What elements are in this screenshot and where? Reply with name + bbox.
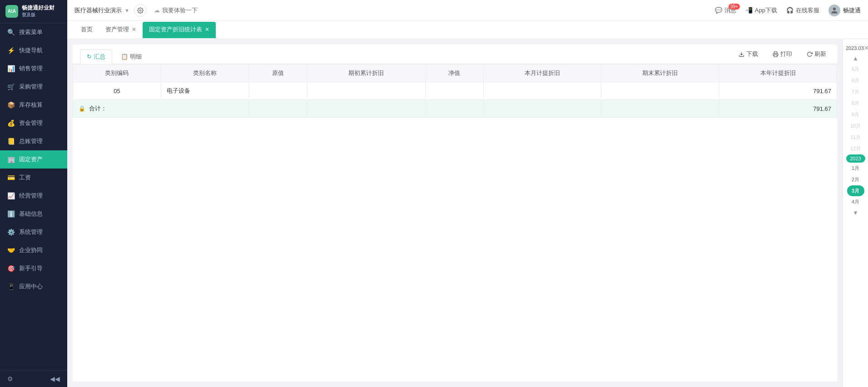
tab-home-label: 首页	[81, 25, 93, 34]
tab-home[interactable]: 首页	[74, 22, 99, 38]
sidebar-item-enterprise[interactable]: 🤝 企业协同	[0, 241, 67, 259]
app-center-icon: 📱	[7, 283, 15, 290]
sidebar-item-search-label: 搜索菜单	[19, 28, 43, 36]
download-button[interactable]: 下载	[735, 48, 762, 60]
sidebar-item-sales[interactable]: 📊 销售管理	[0, 60, 67, 78]
download-label: 下载	[746, 50, 758, 58]
sidebar-item-salary[interactable]: 💳 工资	[0, 169, 67, 187]
sidebar-item-search[interactable]: 🔍 搜索菜单	[0, 23, 67, 41]
online-service-button[interactable]: 🎧 在线客服	[786, 6, 819, 15]
sidebar-item-purchase-label: 采购管理	[19, 83, 43, 91]
sidebar-settings-icon[interactable]: ⚙	[7, 375, 13, 382]
cell-period-end-dep	[601, 82, 719, 100]
sidebar-collapse-icon[interactable]: ◀◀	[50, 375, 60, 382]
svg-rect-2	[774, 55, 777, 56]
sidebar-item-operation[interactable]: 📈 经营管理	[0, 187, 67, 205]
tab-depreciation-report-label: 固定资产折旧统计表	[149, 25, 202, 34]
month-item-6[interactable]: 6月	[846, 75, 865, 86]
sidebar-item-purchase[interactable]: 🛒 采购管理	[0, 78, 67, 96]
print-label: 打印	[780, 50, 792, 58]
quick-nav-icon: ⚡	[7, 47, 15, 54]
sidebar-item-quick-nav[interactable]: ⚡ 快捷导航	[0, 41, 67, 60]
cell-category-name: 电子设备	[161, 82, 249, 100]
sub-tab-detail[interactable]: 📋 明细	[114, 50, 149, 64]
month-item-2[interactable]: 2月	[846, 174, 865, 185]
summary-row: 🔒 合计： 791.67	[73, 100, 837, 118]
panel-close-icon[interactable]: ✕	[864, 45, 868, 51]
enterprise-icon: 🤝	[7, 247, 15, 254]
month-item-1[interactable]: 1月	[846, 163, 865, 174]
tab-asset-manage-close[interactable]: ✕	[132, 26, 136, 33]
sidebar-item-basic-info-label: 基础信息	[19, 210, 43, 218]
sidebar-item-system-label: 系统管理	[19, 228, 43, 236]
sidebar-logo: AtA 畅捷通好业财 普及版	[0, 0, 67, 23]
sidebar-item-basic-info[interactable]: ℹ️ 基础信息	[0, 205, 67, 223]
cell-year-dep: 791.67	[719, 82, 837, 100]
panel-prev-year-nav[interactable]: ▲	[851, 53, 860, 64]
svg-point-0	[139, 10, 141, 11]
month-item-3-active[interactable]: 3月	[847, 185, 864, 196]
company-selector[interactable]: 医疗器械行业演示 ▼	[74, 6, 129, 15]
month-item-10[interactable]: 10月	[846, 120, 865, 132]
tabs-bar: 首页 资产管理 ✕ 固定资产折旧统计表 ✕	[67, 21, 868, 39]
logo-title: 畅捷通好业财	[22, 5, 55, 12]
sidebar-item-ledger[interactable]: 📒 总账管理	[0, 132, 67, 150]
sidebar-item-fixed-assets[interactable]: 🏢 固定资产	[0, 150, 67, 169]
refresh-label: 刷新	[814, 50, 826, 58]
sub-tab-detail-label: 明细	[130, 53, 142, 61]
month-item-9[interactable]: 9月	[846, 109, 865, 120]
main-content: ↻ 汇总 📋 明细 下载 打印	[73, 45, 837, 382]
month-item-4[interactable]: 4月	[846, 196, 865, 208]
month-item-5[interactable]: 5月	[846, 64, 865, 75]
sidebar-item-enterprise-label: 企业协同	[19, 246, 43, 254]
month-item-12[interactable]: 12月	[846, 143, 865, 154]
sidebar-item-sales-label: 销售管理	[19, 64, 43, 73]
salary-icon: 💳	[7, 174, 15, 181]
app-download-button[interactable]: 📲 App下载	[745, 6, 777, 15]
panel-next-year-nav[interactable]: ▼	[851, 208, 860, 218]
sidebar-item-guide-label: 新手引导	[19, 264, 43, 273]
basic-info-icon: ℹ️	[7, 210, 15, 218]
purchase-icon: 🛒	[7, 83, 15, 90]
logo-icon-text: AtA	[8, 9, 16, 14]
month-item-8[interactable]: 8月	[846, 98, 865, 109]
refresh-button[interactable]: 刷新	[803, 48, 830, 60]
print-button[interactable]: 打印	[769, 48, 796, 60]
logo-icon: AtA	[5, 5, 18, 18]
month-item-7[interactable]: 7月	[846, 86, 865, 98]
fund-icon: 💰	[7, 119, 15, 127]
sidebar-item-app-center-label: 应用中心	[19, 283, 43, 291]
sidebar-item-inventory[interactable]: 📦 库存核算	[0, 96, 67, 114]
tab-depreciation-report-close[interactable]: ✕	[205, 26, 209, 33]
sidebar-item-app-center[interactable]: 📱 应用中心	[0, 278, 67, 296]
sidebar-footer: ⚙ ◀◀	[0, 370, 67, 387]
sub-tab-summary[interactable]: ↻ 汇总	[80, 50, 112, 64]
sidebar-item-operation-label: 经营管理	[19, 192, 43, 200]
sidebar-item-guide[interactable]: 🎯 新手引导	[0, 259, 67, 278]
experience-button[interactable]: ☁ 我要体验一下	[154, 6, 198, 15]
operation-icon: 📈	[7, 192, 15, 199]
tab-depreciation-report[interactable]: 固定资产折旧统计表 ✕	[143, 22, 216, 38]
year-badge[interactable]: 2023	[846, 154, 865, 163]
panel-controls: ✕ ⤢	[864, 45, 868, 51]
depreciation-table: 类别编码 类别名称 原值 期初累计折旧 净值 本月计提折旧 期末累计折旧 本年计…	[73, 64, 837, 118]
cell-net-value	[425, 82, 483, 100]
table-container: 类别编码 类别名称 原值 期初累计折旧 净值 本月计提折旧 期末累计折旧 本年计…	[73, 64, 837, 382]
sidebar-item-salary-label: 工资	[19, 174, 31, 182]
user-name: 畅捷通	[843, 6, 861, 15]
sidebar-item-system[interactable]: ⚙️ 系统管理	[0, 223, 67, 241]
topbar-settings-button[interactable]	[134, 4, 147, 17]
messages-button[interactable]: 💬 消息 99+	[715, 6, 736, 15]
toolbar: 下载 打印 刷新	[735, 45, 830, 64]
month-item-11[interactable]: 11月	[846, 132, 865, 143]
app-download-label: App下载	[755, 6, 777, 15]
summary-month-dep	[483, 100, 601, 118]
sidebar-item-ledger-label: 总账管理	[19, 137, 43, 145]
experience-label: 我要体验一下	[162, 6, 198, 15]
tab-asset-manage[interactable]: 资产管理 ✕	[99, 22, 143, 38]
sidebar-item-fund[interactable]: 💰 资金管理	[0, 114, 67, 132]
cell-original-value	[249, 82, 307, 100]
summary-period-begin-dep	[308, 100, 425, 118]
messages-badge: 99+	[729, 4, 740, 10]
user-profile[interactable]: 畅捷通	[828, 5, 861, 16]
